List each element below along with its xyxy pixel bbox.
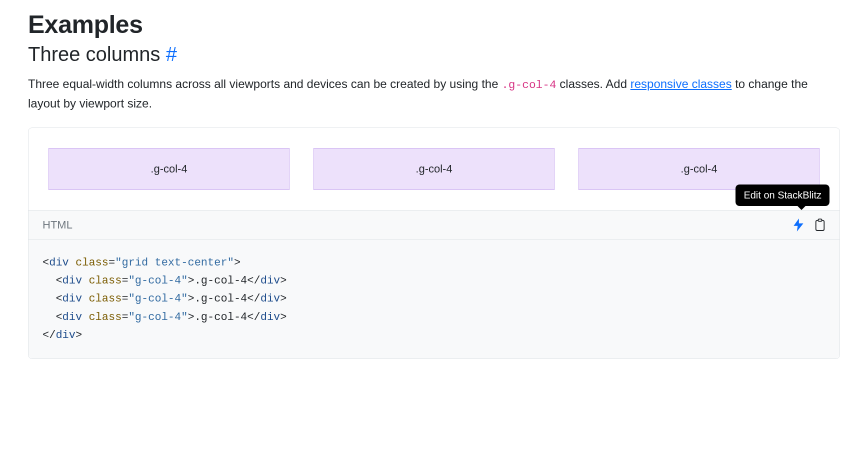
anchor-link[interactable]: # (166, 43, 177, 65)
grid-col-2: .g-col-4 (314, 148, 554, 190)
svg-rect-0 (816, 220, 824, 230)
code-header-actions (794, 218, 826, 232)
responsive-classes-link[interactable]: responsive classes (630, 77, 732, 90)
stackblitz-tooltip: Edit on StackBlitz (736, 184, 830, 206)
description-paragraph: Three equal-width columns across all vie… (28, 74, 840, 114)
lightning-icon (794, 218, 804, 232)
section-heading-examples: Examples (28, 10, 840, 39)
code-block: <div class="grid text-center"> <div clas… (28, 240, 840, 358)
inline-code-gcol4: .g-col-4 (502, 78, 556, 92)
example-preview: .g-col-4 .g-col-4 .g-col-4 (28, 128, 840, 210)
subheading-text: Three columns (28, 43, 160, 65)
code-header-bar: Edit on StackBlitz HTML (28, 210, 840, 240)
svg-rect-1 (818, 219, 822, 222)
subsection-heading-three-columns: Three columns # (28, 43, 840, 66)
edit-stackblitz-button[interactable] (794, 218, 804, 232)
grid-col-3: .g-col-4 (578, 148, 820, 190)
grid-demo: .g-col-4 .g-col-4 .g-col-4 (48, 148, 820, 190)
desc-text-2: classes. Add (556, 77, 630, 90)
clipboard-icon (814, 218, 826, 232)
code-language-label: HTML (42, 218, 72, 232)
copy-code-button[interactable] (814, 218, 826, 232)
grid-col-1: .g-col-4 (48, 148, 290, 190)
example-container: .g-col-4 .g-col-4 .g-col-4 Edit on Stack… (28, 128, 840, 359)
desc-text-1: Three equal-width columns across all vie… (28, 77, 502, 90)
